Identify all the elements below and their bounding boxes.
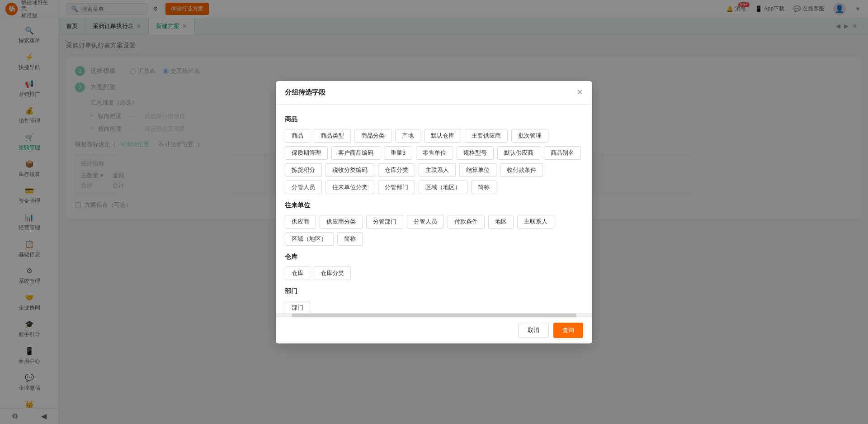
product-fields: 商品 商品类型 商品分类 产地 默认仓库 主要供应商 批次管理 保质期管理 客户…: [285, 129, 583, 194]
section-title-product: 商品: [285, 115, 583, 124]
field-default-warehouse[interactable]: 默认仓库: [424, 129, 461, 143]
section-title-dept: 部门: [285, 287, 583, 295]
field-main-supplier[interactable]: 主要供应商: [465, 129, 508, 143]
field-manager-product[interactable]: 分管人员: [285, 181, 322, 194]
modal-close-btn[interactable]: ✕: [576, 88, 583, 96]
field-abbr-product[interactable]: 简称: [471, 181, 496, 194]
field-abbr-partner[interactable]: 简称: [337, 232, 363, 246]
field-region-partner[interactable]: 区域（地区）: [285, 232, 334, 246]
field-warehouse-cat[interactable]: 仓库分类: [314, 267, 351, 280]
field-product[interactable]: 商品: [285, 129, 310, 143]
section-title-warehouse: 仓库: [285, 253, 583, 261]
field-retail-unit[interactable]: 零售单位: [416, 146, 453, 160]
field-supplier-category[interactable]: 供应商分类: [320, 215, 363, 229]
field-pick-points[interactable]: 拣货积分: [285, 163, 322, 177]
field-area-partner[interactable]: 地区: [488, 215, 514, 229]
field-payment-cond[interactable]: 付款条件: [448, 215, 485, 229]
field-partner-category[interactable]: 往来单位分类: [326, 181, 374, 194]
field-select-modal: 分组待选字段 ✕ 商品 商品 商品类型 商品分类 产地 默认仓库 主要供应商 批…: [276, 81, 592, 343]
field-weight3[interactable]: 重量3: [384, 146, 412, 160]
field-dept[interactable]: 部门: [285, 301, 310, 313]
modal-confirm-btn[interactable]: 查询: [553, 323, 583, 338]
field-dept-partner[interactable]: 分管部门: [366, 215, 403, 229]
field-batch-mgmt[interactable]: 批次管理: [511, 129, 548, 143]
field-customer-code[interactable]: 客户商品编码: [331, 146, 380, 160]
field-product-type[interactable]: 商品类型: [314, 129, 351, 143]
field-warehouse-category[interactable]: 仓库分类: [378, 163, 415, 177]
dept-fields: 部门: [285, 301, 583, 313]
modal-overlay: 分组待选字段 ✕ 商品 商品 商品类型 商品分类 产地 默认仓库 主要供应商 批…: [0, 0, 868, 424]
field-supplier[interactable]: 供应商: [285, 215, 316, 229]
field-dept-product[interactable]: 分管部门: [378, 181, 415, 194]
field-spec-model[interactable]: 规格型号: [457, 146, 494, 160]
field-warehouse[interactable]: 仓库: [285, 267, 310, 280]
field-manager-partner[interactable]: 分管人员: [407, 215, 444, 229]
modal-header: 分组待选字段 ✕: [276, 81, 592, 105]
field-settlement-unit[interactable]: 结算单位: [459, 163, 496, 177]
partner-fields: 供应商 供应商分类 分管部门 分管人员 付款条件 地区 主联系人 区域（地区） …: [285, 215, 583, 246]
modal-footer: 取消 查询: [276, 317, 592, 343]
field-tax-code[interactable]: 税收分类编码: [326, 163, 374, 177]
modal-hscrollbar[interactable]: [276, 313, 592, 317]
field-product-category[interactable]: 商品分类: [354, 129, 392, 143]
field-payment-terms[interactable]: 收付款条件: [500, 163, 543, 177]
field-main-contact-partner[interactable]: 主联系人: [517, 215, 554, 229]
modal-cancel-btn[interactable]: 取消: [518, 323, 549, 338]
modal-title: 分组待选字段: [285, 88, 326, 97]
field-expiry-mgmt[interactable]: 保质期管理: [285, 146, 328, 160]
field-origin[interactable]: 产地: [395, 129, 420, 143]
modal-body[interactable]: 商品 商品 商品类型 商品分类 产地 默认仓库 主要供应商 批次管理 保质期管理…: [276, 105, 592, 313]
field-product-alias[interactable]: 商品别名: [544, 146, 581, 160]
section-title-partner: 往来单位: [285, 201, 583, 210]
field-main-contact[interactable]: 主联系人: [419, 163, 456, 177]
field-default-supplier[interactable]: 默认供应商: [497, 146, 540, 160]
warehouse-fields: 仓库 仓库分类: [285, 267, 583, 280]
modal-hscroll-thumb: [292, 314, 576, 317]
field-region-product[interactable]: 区域（地区）: [419, 181, 467, 194]
